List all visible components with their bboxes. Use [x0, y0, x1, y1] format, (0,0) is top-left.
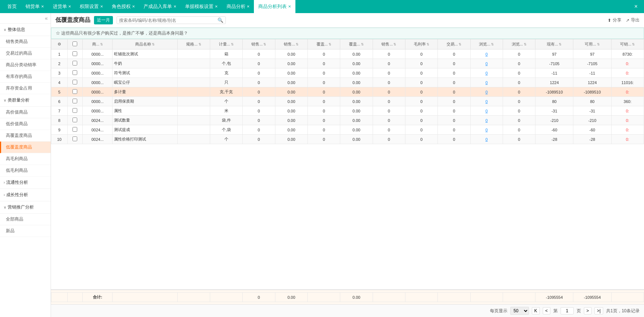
sidebar-item-new-products[interactable]: 新品 — [0, 225, 51, 237]
row-select-checkbox[interactable] — [72, 80, 77, 84]
row-browse1[interactable]: 0 — [470, 106, 503, 116]
nav-product-analysis-list[interactable]: 商品分析列表 × — [254, 0, 295, 13]
row-name[interactable]: 符号测试 — [113, 68, 178, 78]
row-name[interactable]: 眠宝公仔 — [113, 78, 178, 87]
row-browse1[interactable]: 0 — [470, 59, 503, 68]
row-checkbox[interactable] — [67, 87, 83, 97]
sales2-column-header[interactable]: 销售...⇅ — [275, 39, 307, 49]
row-browse1[interactable]: 0 — [470, 97, 503, 106]
sidebar-item-high-margin[interactable]: 高毛利商品 — [0, 153, 51, 165]
row-checkbox[interactable] — [67, 116, 83, 125]
sidebar-section-overall[interactable]: ∨ 整体信息 — [0, 24, 51, 36]
sidebar-item-category-rate[interactable]: 商品分类动销率 — [0, 59, 51, 71]
row-name[interactable]: 启用保质期 — [113, 97, 178, 106]
sidebar-item-high-value[interactable]: 高价值商品 — [0, 107, 51, 118]
row-browse1[interactable]: 0 — [470, 49, 503, 59]
gross-rate-column-header[interactable]: 毛利率⇅ — [405, 39, 438, 49]
sidebar-collapse-button[interactable]: « — [0, 13, 51, 24]
sidebar-item-low-value[interactable]: 低价值商品 — [0, 118, 51, 130]
row-select-checkbox[interactable] — [72, 61, 77, 66]
nav-home[interactable]: 首页 — [3, 0, 21, 13]
sellable-column-header[interactable]: 可销...⇅ — [611, 39, 644, 49]
row-code: 0024... — [83, 125, 113, 135]
browse1-column-header[interactable]: 浏览...⇅ — [470, 39, 503, 49]
nav-sales-order[interactable]: 销货单 × — [21, 0, 48, 13]
page-size-select[interactable]: 50 100 200 — [510, 307, 529, 315]
name-column-header[interactable]: 商品名称⇅ — [113, 39, 178, 49]
nav-role-auth[interactable]: 角色授权 × — [107, 0, 140, 13]
row-checkbox[interactable] — [67, 106, 83, 116]
prev-page-button[interactable]: < — [543, 307, 550, 314]
available-column-header[interactable]: 可用...⇅ — [573, 39, 611, 49]
spec-column-header[interactable]: 规格...⇅ — [177, 39, 210, 49]
row-browse1[interactable]: 0 — [470, 135, 503, 144]
sidebar-section-growth[interactable]: › 成长性分析 — [0, 189, 51, 201]
sales1-column-header[interactable]: 销售...⇅ — [243, 39, 275, 49]
nav-template-settings[interactable]: 单据模板设置 × — [181, 0, 222, 13]
row-checkbox[interactable] — [67, 68, 83, 78]
next-page-button[interactable]: > — [584, 307, 592, 314]
row-checkbox[interactable] — [67, 135, 83, 144]
period-button[interactable]: 近一月 — [94, 16, 113, 24]
row-select-checkbox[interactable] — [72, 99, 77, 103]
share-button[interactable]: ⬆ 分享 — [608, 17, 621, 23]
row-checkbox[interactable] — [67, 78, 83, 87]
row-browse1[interactable]: 0 — [470, 78, 503, 87]
search-input[interactable] — [119, 18, 217, 23]
row-checkbox[interactable] — [67, 125, 83, 135]
sidebar-item-low-coverage[interactable]: 低覆盖度商品 — [0, 142, 51, 153]
sidebar-item-high-coverage[interactable]: 高覆盖度商品 — [0, 130, 51, 142]
export-button[interactable]: ↗ 导出 — [626, 17, 640, 23]
nav-product-analysis[interactable]: 商品分析 × — [222, 0, 254, 13]
row-browse1[interactable]: 0 — [470, 116, 503, 125]
row-checkbox[interactable] — [67, 97, 83, 106]
nav-purchase-order[interactable]: 进货单 × — [48, 0, 76, 13]
row-select-checkbox[interactable] — [72, 118, 77, 122]
settings-column-header[interactable]: ⚙ — [51, 39, 68, 49]
sales3-column-header[interactable]: 销售...⇅ — [373, 39, 405, 49]
nav-product-entry[interactable]: 产成品入库单 × — [139, 0, 181, 13]
cover1-column-header[interactable]: 覆盖...⇅ — [308, 39, 340, 49]
unit-column-header[interactable]: 计量...⇅ — [210, 39, 243, 49]
row-name[interactable]: 旺辅批次测试 — [113, 49, 178, 59]
row-select-checkbox[interactable] — [72, 136, 77, 141]
row-select-checkbox[interactable] — [72, 127, 77, 132]
row-select-checkbox[interactable] — [72, 89, 77, 94]
row-select-checkbox[interactable] — [72, 70, 77, 75]
first-page-button[interactable]: K — [532, 307, 540, 314]
row-select-checkbox[interactable] — [72, 51, 77, 56]
row-name[interactable]: 多计量 — [113, 87, 178, 97]
trade-column-header[interactable]: 交易...⇅ — [438, 39, 470, 49]
window-close-button[interactable]: × — [631, 1, 641, 12]
sidebar-section-liquidity[interactable]: › 流通性分析 — [0, 177, 51, 189]
select-all-checkbox[interactable] — [72, 41, 77, 46]
row-checkbox[interactable] — [67, 59, 83, 68]
last-page-button[interactable]: >| — [594, 307, 603, 314]
row-name[interactable]: 测试提成 — [113, 125, 178, 135]
sidebar-item-inventory-products[interactable]: 有库存的商品 — [0, 71, 51, 83]
row-name[interactable]: 牛奶 — [113, 59, 178, 68]
table-container[interactable]: ⚙ 商...⇅ 商品名称⇅ 规格...⇅ 计量...⇅ 销售...⇅ 销售...… — [51, 39, 644, 289]
row-name[interactable]: 属性价格打印测试 — [113, 135, 178, 144]
table-header-row: ⚙ 商...⇅ 商品名称⇅ 规格...⇅ 计量...⇅ 销售...⇅ 销售...… — [51, 39, 644, 49]
browse2-column-header[interactable]: 浏览...⇅ — [503, 39, 535, 49]
row-name[interactable]: 测试数量 — [113, 116, 178, 125]
current-column-header[interactable]: 现有...⇅ — [535, 39, 573, 49]
row-browse1[interactable]: 0 — [470, 87, 503, 97]
row-name[interactable]: 属性 — [113, 106, 178, 116]
cover2-column-header[interactable]: 覆盖...⇅ — [340, 39, 373, 49]
sidebar-item-low-margin[interactable]: 低毛利商品 — [0, 165, 51, 177]
sidebar-item-all-products[interactable]: 全部商品 — [0, 214, 51, 225]
row-select-checkbox[interactable] — [72, 108, 77, 113]
row-checkbox[interactable] — [67, 49, 83, 59]
current-page-input[interactable] — [561, 307, 574, 314]
sidebar-section-marketing[interactable]: ∨ 营销推广分析 — [0, 201, 51, 214]
sidebar-item-sales-products[interactable]: 销售类商品 — [0, 36, 51, 48]
row-browse1[interactable]: 0 — [470, 68, 503, 78]
sidebar-section-cluster[interactable]: ∨ 类群量分析 — [0, 94, 51, 107]
sidebar-item-traded-products[interactable]: 交易过的商品 — [0, 48, 51, 59]
nav-permission-settings[interactable]: 权限设置 × — [75, 0, 107, 13]
code-column-header[interactable]: 商...⇅ — [83, 39, 113, 49]
row-browse1[interactable]: 0 — [470, 125, 503, 135]
sidebar-item-capital-occupation[interactable]: 库存资金占用 — [0, 83, 51, 94]
